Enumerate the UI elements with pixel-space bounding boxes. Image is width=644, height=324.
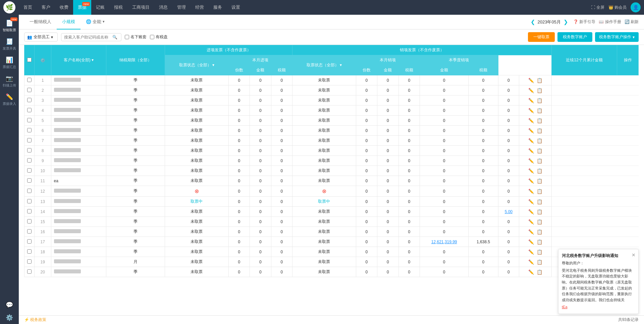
edit-icon[interactable]: ✏️	[528, 239, 534, 245]
tab-quanneng[interactable]: 🌐 全能 ▾	[80, 15, 110, 29]
sidebar-item-smart-ticket[interactable]: 📄 智能取票 new	[0, 17, 19, 35]
refresh-btn[interactable]: 🔄 刷新	[625, 19, 639, 25]
notification-close-btn[interactable]: ✕	[632, 251, 636, 259]
row-checkbox[interactable]	[27, 249, 32, 254]
edit-icon[interactable]: ✏️	[528, 219, 534, 224]
copy-icon[interactable]: 📋	[537, 138, 542, 143]
tax-policy-link[interactable]: ⚡ 税务政策	[24, 317, 46, 323]
row-checkbox[interactable]	[27, 239, 32, 244]
copy-icon[interactable]: 📋	[537, 209, 542, 214]
shuiwu-digital-button[interactable]: 税务数字账户	[557, 32, 592, 42]
sidebar-item-config[interactable]: ⚙️	[0, 311, 19, 324]
row-checkbox[interactable]	[27, 178, 32, 183]
copy-icon[interactable]: 📋	[537, 168, 542, 174]
copy-icon[interactable]: 📋	[537, 108, 542, 113]
yijian-quipiao-button[interactable]: 一键取票	[528, 32, 555, 42]
taxdisk-checkbox[interactable]	[150, 35, 154, 39]
row-checkbox[interactable]	[27, 88, 32, 92]
edit-icon[interactable]: ✏️	[528, 138, 534, 143]
edit-icon[interactable]: ✏️	[528, 98, 534, 103]
copy-icon[interactable]: 📋	[537, 189, 542, 194]
edit-icon[interactable]: ✏️	[528, 108, 534, 113]
row-checkbox[interactable]	[27, 158, 32, 163]
row-checkbox[interactable]	[27, 108, 32, 112]
manual-btn[interactable]: 📖 操作手册	[599, 19, 621, 25]
tab-general-taxpayer[interactable]: 一般纳税人	[24, 15, 57, 29]
edit-icon[interactable]: ✏️	[528, 158, 534, 164]
copy-icon[interactable]: 📋	[537, 118, 542, 123]
nav-item-client[interactable]: 客户	[37, 0, 55, 15]
edit-icon[interactable]: ✏️	[528, 199, 534, 204]
copy-icon[interactable]: 📋	[537, 239, 542, 245]
row-checkbox[interactable]	[27, 189, 32, 193]
guide-btn[interactable]: ❓ 新手引导	[573, 19, 595, 25]
nav-item-operation[interactable]: 经营	[191, 0, 209, 15]
copy-icon[interactable]: 📋	[537, 148, 542, 153]
row-checkbox[interactable]	[27, 118, 32, 122]
row-checkbox[interactable]	[27, 168, 32, 173]
search-input[interactable]	[64, 35, 111, 40]
copy-icon[interactable]: 📋	[537, 178, 542, 184]
member-btn[interactable]: 👑 购会员	[608, 5, 627, 10]
checkbox-taxdisk[interactable]: 有税盘	[150, 34, 168, 40]
nav-item-accounting[interactable]: 记账	[91, 0, 109, 15]
row-checkbox[interactable]	[27, 78, 32, 82]
tab-small-scale[interactable]: 小规模	[57, 15, 80, 29]
user-avatar[interactable]: 👤	[631, 2, 641, 12]
copy-icon[interactable]: 📋	[537, 259, 542, 265]
edit-icon[interactable]: ✏️	[528, 88, 534, 93]
row-checkbox[interactable]	[27, 128, 32, 132]
select-all-checkbox[interactable]	[27, 58, 32, 62]
sidebar-item-invoice[interactable]: 🧾 发票开具	[0, 35, 19, 54]
copy-icon[interactable]: 📋	[537, 128, 542, 133]
edit-icon[interactable]: ✏️	[528, 249, 534, 255]
row-checkbox[interactable]	[27, 98, 32, 102]
edit-icon[interactable]: ✏️	[528, 128, 534, 133]
copy-icon[interactable]: 📋	[537, 229, 542, 235]
nav-item-manage[interactable]: 管理	[172, 0, 191, 15]
nav-item-settings[interactable]: 设置	[227, 0, 245, 15]
row-checkbox[interactable]	[27, 219, 32, 223]
edit-icon[interactable]: ✏️	[528, 78, 534, 83]
row-checkbox[interactable]	[27, 259, 32, 264]
shuiwu-dropdown-button[interactable]: 税务数字账户操作 ▾	[595, 32, 639, 42]
row-checkbox[interactable]	[27, 199, 32, 203]
row-checkbox[interactable]	[27, 138, 32, 142]
nav-item-tax[interactable]: 报税	[109, 0, 127, 15]
copy-icon[interactable]: 📋	[537, 98, 542, 103]
sidebar-item-chat[interactable]: 💬	[0, 299, 19, 311]
employee-select[interactable]: 👥 全部员工 ▾	[24, 33, 58, 42]
copy-icon[interactable]: 📋	[537, 158, 542, 164]
copy-icon[interactable]: 📋	[537, 219, 542, 224]
edit-icon[interactable]: ✏️	[528, 118, 534, 123]
edit-icon[interactable]: ✏️	[528, 168, 534, 174]
checkbox-subledger[interactable]: 名下账套	[125, 34, 147, 40]
edit-icon[interactable]: ✏️	[528, 189, 534, 194]
row-checkbox[interactable]	[27, 269, 32, 274]
sidebar-item-scan[interactable]: 📷 扫描上传	[0, 72, 19, 90]
row-checkbox[interactable]	[27, 209, 32, 213]
nav-item-business[interactable]: 工商项目	[127, 0, 154, 15]
subledger-checkbox[interactable]	[125, 35, 129, 39]
edit-icon[interactable]: ✏️	[528, 269, 534, 275]
nav-item-ticket[interactable]: 票据 new	[73, 0, 91, 15]
nav-item-home[interactable]: 首页	[19, 0, 37, 15]
copy-icon[interactable]: 📋	[537, 249, 542, 255]
copy-icon[interactable]: 📋	[537, 199, 542, 204]
fullscreen-btn[interactable]: ⛶ 全屏	[591, 5, 604, 10]
edit-icon[interactable]: ✏️	[528, 209, 534, 214]
nav-item-message[interactable]: 消息	[154, 0, 172, 15]
next-month-btn[interactable]: ❯	[564, 19, 568, 25]
nav-item-fee[interactable]: 收费	[55, 0, 73, 15]
sidebar-item-entry[interactable]: ✏️ 票据录入	[0, 90, 19, 109]
copy-icon[interactable]: 📋	[537, 78, 542, 83]
nav-item-service[interactable]: 服务	[209, 0, 227, 15]
notification-link[interactable]: tEa	[562, 305, 568, 309]
row-checkbox[interactable]	[27, 148, 32, 152]
copy-icon[interactable]: 📋	[537, 269, 542, 275]
copy-icon[interactable]: 📋	[537, 88, 542, 93]
edit-icon[interactable]: ✏️	[528, 148, 534, 153]
edit-icon[interactable]: ✏️	[528, 259, 534, 265]
prev-month-btn[interactable]: ❮	[531, 19, 535, 25]
row-checkbox[interactable]	[27, 229, 32, 234]
